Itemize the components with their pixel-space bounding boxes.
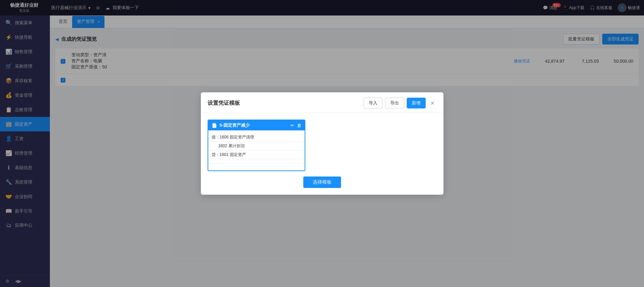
entry-5 (208, 164, 305, 168)
entry-2-debit (272, 143, 289, 149)
modal-header-actions: 导入 导出 新增 ✕ (364, 98, 437, 108)
modal-body: 📄 5-固定资产减少 ✏ 🗑 借：1606 固定资产清理 1602 累计折旧 (201, 113, 443, 195)
card-edit-btn[interactable]: ✏ (290, 123, 294, 128)
modal-close-btn[interactable]: ✕ (428, 99, 437, 107)
modal-overlay: 设置凭证模板 导入 导出 新增 ✕ 📄 5-固定资产减少 ✏ 🗑 (0, 0, 644, 287)
entry-4 (208, 159, 305, 164)
template-card-header: 📄 5-固定资产减少 ✏ 🗑 (208, 120, 305, 130)
entry-1-debit (272, 134, 289, 140)
template-card-body: 借：1606 固定资产清理 1602 累计折旧 贷：1601 固定资产 (208, 130, 305, 170)
import-btn[interactable]: 导入 (364, 98, 382, 108)
modal: 设置凭证模板 导入 导出 新增 ✕ 📄 5-固定资产减少 ✏ 🗑 (201, 92, 443, 195)
entry-1: 借：1606 固定资产清理 (208, 133, 305, 142)
entry-3-account: 贷：1601 固定资产 (212, 152, 272, 158)
entry-2-credit (289, 143, 305, 149)
modal-header: 设置凭证模板 导入 导出 新增 ✕ (201, 92, 443, 113)
export-btn[interactable]: 导出 (385, 98, 404, 108)
modal-title: 设置凭证模板 (208, 100, 240, 107)
entry-3-credit (289, 152, 305, 158)
card-title: 5-固定资产减少 (220, 122, 288, 128)
entry-3: 贷：1601 固定资产 (208, 151, 305, 159)
template-card: 📄 5-固定资产减少 ✏ 🗑 借：1606 固定资产清理 1602 累计折旧 (208, 120, 305, 171)
entry-1-credit (289, 134, 305, 140)
new-btn[interactable]: 新增 (407, 98, 426, 108)
card-actions: ✏ 🗑 (290, 123, 301, 128)
card-delete-btn[interactable]: 🗑 (297, 123, 301, 128)
select-template-btn[interactable]: 选择模板 (303, 177, 341, 188)
card-doc-icon: 📄 (212, 123, 217, 128)
entry-3-debit (272, 152, 289, 158)
entry-2-account: 1602 累计折旧 (212, 143, 272, 149)
entry-1-account: 借：1606 固定资产清理 (212, 134, 272, 140)
entry-2: 1602 累计折旧 (208, 142, 305, 151)
